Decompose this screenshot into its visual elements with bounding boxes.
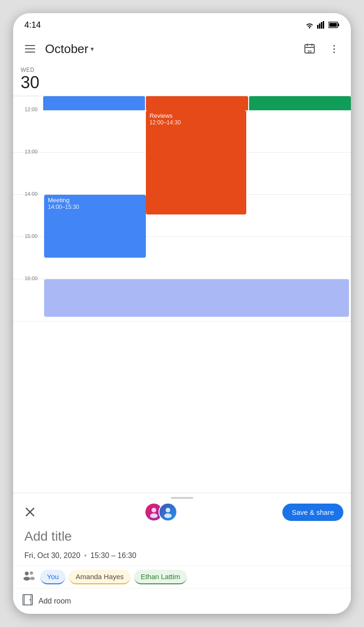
time-label-1500: 15:00: [13, 233, 41, 239]
event-meeting-title: Meeting: [48, 197, 142, 204]
svg-point-21: [30, 577, 35, 580]
event-block-orange-top[interactable]: [146, 96, 248, 110]
avatar-other-img: [159, 504, 176, 520]
day-header: WED 30: [13, 64, 351, 96]
svg-point-19: [23, 577, 30, 581]
bottom-panel: Save & share Fri, Oct 30, 2020 • 15:30 –…: [13, 493, 351, 614]
wifi-icon: [305, 21, 314, 29]
hamburger-line: [25, 48, 35, 49]
svg-point-24: [30, 599, 31, 601]
event-datetime: Fri, Oct 30, 2020 • 15:30 – 16:30: [13, 548, 351, 566]
room-icon: [23, 594, 33, 608]
calendar-today-icon: 30: [303, 43, 316, 55]
svg-point-17: [164, 513, 172, 518]
svg-rect-5: [338, 23, 339, 26]
event-reviews-time: 12:00–14:30: [150, 119, 243, 126]
attendee-chip-amanda[interactable]: Amanda Hayes: [69, 570, 130, 584]
event-meeting-time: 14:00–15:30: [48, 204, 142, 210]
svg-text:30: 30: [308, 49, 312, 54]
add-title-input[interactable]: [24, 529, 340, 544]
time-label-1200: 12:00: [13, 107, 41, 112]
attendees-icon: [23, 571, 35, 584]
svg-point-15: [150, 513, 158, 518]
svg-point-20: [30, 571, 33, 574]
time-label-1300: 13:00: [13, 149, 41, 154]
svg-rect-1: [319, 23, 320, 29]
attendees-row: You Amanda Hayes Ethan Lattim: [13, 566, 351, 588]
time-label-1600: 16:00: [13, 275, 41, 281]
panel-top-row: Save & share: [13, 501, 351, 525]
today-calendar-button[interactable]: 30: [300, 39, 319, 58]
attendee-chip-ethan[interactable]: Ethan Lattim: [134, 570, 187, 584]
avatar-group: [45, 503, 277, 521]
battery-icon: [328, 22, 340, 28]
event-reviews[interactable]: Reviews 12:00–14:30: [146, 110, 247, 214]
event-block-blue-top[interactable]: [43, 96, 145, 110]
attendee-chips: You Amanda Hayes Ethan Lattim: [40, 570, 187, 584]
event-datetime-bullet: •: [84, 551, 87, 560]
add-title-section: [13, 525, 351, 548]
calendar-grid: 12:00 13:00 14:00 15:00 16:00 Reviews 12…: [13, 96, 351, 493]
panel-drag-handle: [13, 493, 351, 501]
signal-icon: [317, 21, 326, 29]
day-number: 30: [21, 73, 343, 92]
svg-point-16: [166, 508, 170, 512]
hamburger-menu-button[interactable]: [21, 39, 39, 58]
door-icon: [23, 594, 33, 605]
status-time: 4:14: [24, 20, 41, 30]
event-blue-wide[interactable]: [44, 279, 349, 317]
svg-rect-3: [323, 21, 324, 29]
save-share-button[interactable]: Save & share: [282, 504, 343, 521]
month-label: October: [45, 42, 89, 56]
close-icon: [25, 507, 35, 517]
hamburger-line: [25, 52, 35, 53]
event-date: Fri, Oct 30, 2020: [24, 551, 80, 560]
status-icons: [305, 21, 340, 29]
month-dropdown-arrow: ▾: [91, 45, 94, 53]
svg-point-14: [152, 508, 156, 512]
svg-point-18: [25, 572, 29, 575]
hamburger-line: [25, 45, 35, 46]
drag-handle-bar: [171, 497, 193, 499]
more-options-button[interactable]: ⋮: [325, 39, 343, 58]
day-label: WED: [21, 67, 343, 73]
svg-rect-2: [321, 22, 322, 29]
attendee-chip-you[interactable]: You: [40, 570, 65, 584]
app-bar: October ▾ 30 ⋮: [13, 34, 351, 64]
add-room-row[interactable]: Add room: [13, 588, 351, 614]
event-block-green-top[interactable]: [249, 96, 351, 110]
phone-frame: 4:14: [13, 13, 351, 614]
event-time: 15:30 – 16:30: [91, 551, 136, 560]
svg-rect-6: [329, 23, 337, 27]
event-meeting[interactable]: Meeting 14:00–15:30: [44, 195, 146, 258]
avatar-other: [159, 503, 177, 521]
close-button[interactable]: [21, 503, 39, 521]
add-room-label: Add room: [38, 597, 71, 605]
time-label-1400: 14:00: [13, 191, 41, 197]
status-bar: 4:14: [13, 13, 351, 34]
people-icon: [23, 571, 35, 581]
svg-rect-0: [317, 25, 318, 29]
month-title[interactable]: October ▾: [45, 42, 295, 56]
event-reviews-title: Reviews: [150, 112, 243, 119]
